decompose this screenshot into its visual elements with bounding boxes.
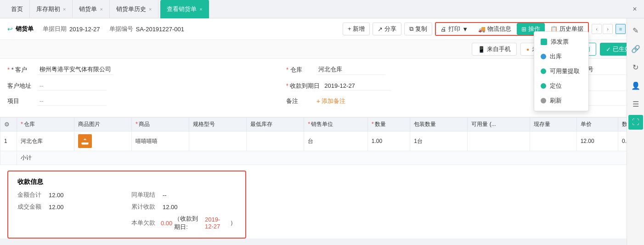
sidebar-expand-button[interactable]: ⛶ — [628, 115, 643, 130]
customer-value: 柳州粤港平安气体有限公司 — [38, 64, 113, 75]
tab-inventory-close[interactable]: × — [63, 6, 66, 12]
product-image-placeholder — [78, 134, 92, 148]
table-row: 1 河北仓库 嘻嘻嘻嘻 台 1.00 1台 12.00 — [0, 131, 644, 151]
col-available: 可用量 (... — [468, 118, 530, 131]
tab-view-sales[interactable]: 查看销货单 × — [160, 0, 209, 18]
from-phone-label: 来自手机 — [487, 45, 511, 53]
doc-icon: ↩ — [7, 25, 13, 33]
dropdown-quantity-extract[interactable]: 可用量提取 — [534, 64, 588, 79]
row-product: 嘻嘻嘻嘻 — [132, 131, 189, 151]
logistics-button[interactable]: 🚚 物流信息 — [474, 23, 516, 35]
tab-sales-order[interactable]: 销货单 × — [73, 0, 109, 18]
right-sidebar: ✎ 🔗 ↻ 👤 ☰ ⛶ — [627, 18, 644, 245]
tab-inventory-label: 库存期初 — [36, 5, 60, 13]
list-view-button[interactable]: ≡ — [616, 24, 626, 34]
sidebar-refresh-button[interactable]: ↻ — [628, 60, 643, 74]
col-warehouse: 仓库 — [17, 118, 74, 131]
address-value: -- — [38, 81, 107, 91]
balance-note: （收款到期日: — [174, 215, 203, 231]
due-date-value: 2019-12-27 — [322, 81, 391, 91]
sidebar-user-button[interactable]: 👤 — [628, 78, 643, 93]
tab-view-close[interactable]: × — [199, 6, 202, 12]
row-available — [468, 131, 530, 151]
col-quantity: 数量 — [367, 118, 410, 131]
dropdown-refresh[interactable]: 刷新 — [534, 93, 588, 108]
dropdown-locate[interactable]: 定位 — [534, 79, 588, 93]
from-phone-button[interactable]: 📱 来自手机 — [472, 43, 517, 56]
copy-button[interactable]: ⧉ 复制 — [404, 23, 432, 35]
tab-home-label: 首页 — [11, 5, 23, 13]
customer-label: * * 客户 — [7, 66, 35, 74]
sidebar-link-button[interactable]: 🔗 — [628, 41, 643, 56]
payment-info-box: 收款信息 金额合计 12.00 同单现结 -- 成交金额 12.00 累计收款 … — [7, 171, 246, 239]
doc-date-field: 单据日期 2019-12-27 — [43, 25, 100, 33]
address-field: 客户地址 -- — [7, 81, 259, 91]
balance-label: 本单欠款 — [131, 219, 159, 227]
quantity-extract-label: 可用量提取 — [550, 67, 580, 75]
operations-dropdown: 添发票 出库 可用量提取 定位 刷新 — [534, 31, 589, 111]
tab-history-close[interactable]: × — [149, 6, 152, 12]
print-dropdown-icon: ▼ — [462, 26, 468, 33]
tab-view-label: 查看销货单 — [167, 5, 197, 13]
subtotal-label — [0, 151, 17, 165]
project-value: -- — [38, 97, 107, 106]
col-stock: 现存量 — [530, 118, 576, 131]
share-button[interactable]: ↗ 分享 — [373, 23, 401, 35]
total-amount-label: 金额合计 — [17, 191, 45, 199]
due-date-label: * 收款到期日 — [286, 82, 320, 90]
outbound-icon — [541, 54, 546, 59]
print-label: 打印 — [448, 25, 460, 33]
new-button[interactable]: + 新增 — [343, 23, 370, 35]
dropdown-outbound[interactable]: 出库 — [534, 49, 588, 64]
sidebar-list-button[interactable]: ☰ — [628, 97, 643, 111]
locate-icon — [541, 83, 546, 89]
dropdown-add-invoice[interactable]: 添发票 — [534, 34, 588, 49]
doc-date-value: 2019-12-27 — [69, 26, 100, 33]
balance-end: ） — [230, 219, 236, 227]
print-button[interactable]: 🖨 打印 ▼ — [436, 23, 473, 35]
product-image-icon — [80, 137, 90, 146]
sidebar-edit-button[interactable]: ✎ — [628, 23, 643, 38]
doc-meta: 单据日期 2019-12-27 单据编号 SA-20191227-001 — [43, 25, 343, 33]
row-product-image — [74, 131, 132, 151]
logistics-label: 物流信息 — [487, 25, 511, 33]
outbound-label: 出库 — [550, 52, 562, 61]
col-unit: 销售单位 — [304, 118, 368, 131]
refresh-label: 刷新 — [550, 97, 562, 105]
next-button[interactable]: › — [603, 24, 613, 34]
project-label: 项目 — [7, 97, 35, 105]
balance-row: 本单欠款 0.00 （收款到期日: 2019-12-27 ） — [131, 215, 236, 231]
nav-arrows: ‹ › — [592, 24, 613, 34]
window-close-button[interactable]: × — [626, 0, 644, 18]
balance-value: 0.00 — [161, 220, 172, 227]
same-order-label: 同单现结 — [131, 191, 159, 199]
same-order-row: 同单现结 -- — [131, 191, 236, 199]
add-note-button[interactable]: + 添加备注 — [316, 97, 345, 105]
transaction-amount-value: 12.00 — [49, 204, 64, 211]
row-min-stock — [247, 131, 304, 151]
row-warehouse: 河北仓库 — [17, 131, 74, 151]
tab-history-label: 销货单历史 — [116, 5, 146, 13]
tab-sales-close[interactable]: × — [100, 6, 102, 12]
address-label: 客户地址 — [7, 82, 35, 90]
warehouse-label: * 仓库 — [286, 66, 314, 74]
tab-sales-history[interactable]: 销货单历史 × — [110, 0, 158, 18]
locate-label: 定位 — [550, 82, 562, 90]
settings-icon[interactable]: ⚙ — [4, 121, 10, 128]
row-price: 12.00 — [576, 131, 618, 151]
row-package-qty: 1台 — [410, 131, 468, 151]
tab-inventory-init[interactable]: 库存期初 × — [30, 0, 73, 18]
tab-home[interactable]: 首页 — [5, 0, 30, 18]
same-order-value: -- — [163, 192, 167, 199]
row-spec — [189, 131, 247, 151]
balance-date: 2019-12-27 — [205, 216, 228, 230]
doc-no-value: SA-20191227-001 — [136, 26, 185, 33]
prev-button[interactable]: ‹ — [592, 24, 602, 34]
add-invoice-label: 添发票 — [551, 38, 569, 46]
row-quantity: 1.00 — [367, 131, 410, 151]
data-table: ⚙ 仓库 商品图片 商品 规格型号 最低库存 销售单位 数量 包装数量 可用量 … — [0, 117, 644, 165]
doc-no-label: 单据编号 — [109, 25, 133, 33]
col-package-qty: 包装数量 — [410, 118, 468, 131]
doc-toolbar: + 新增 ↗ 分享 ⧉ 复制 🖨 打印 ▼ 🚚 物流信息 — [343, 22, 637, 36]
share-icon: ↗ — [378, 26, 383, 33]
